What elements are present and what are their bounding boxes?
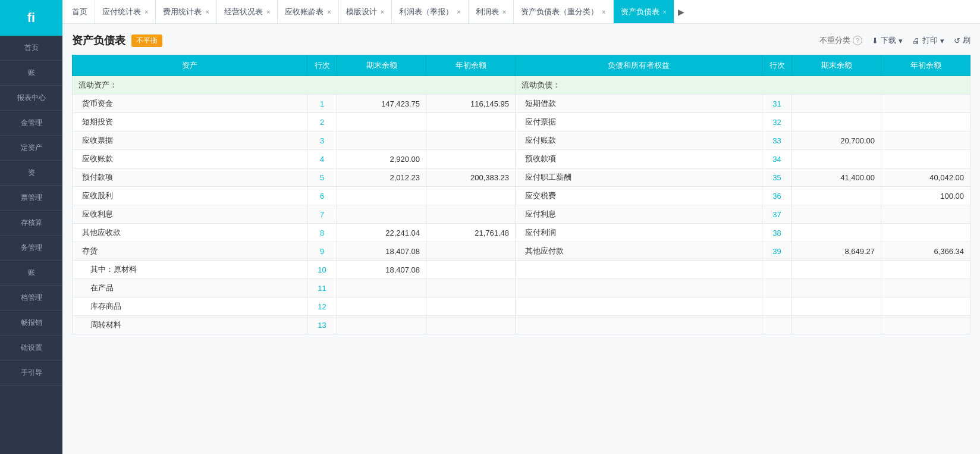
sidebar-item-report-center[interactable]: 报表中心 — [0, 86, 62, 111]
right-begin-amount — [881, 150, 970, 168]
left-begin-amount: 21,761.48 — [426, 224, 516, 242]
right-end-amount — [792, 279, 881, 298]
right-begin-amount — [881, 131, 970, 150]
print-icon: 🖨 — [912, 36, 920, 45]
right-begin-amount — [881, 261, 970, 279]
right-end-amount — [792, 261, 881, 279]
sidebar-item-guide[interactable]: 手引导 — [0, 361, 62, 386]
print-button[interactable]: 🖨 打印 ▾ — [912, 35, 944, 46]
col-end-balance-right: 期末余额 — [792, 55, 881, 76]
tab-close-icon[interactable]: × — [502, 8, 506, 15]
left-end-amount — [337, 316, 426, 334]
tab-receivable-aging[interactable]: 应收账龄表 × — [278, 0, 338, 24]
left-row-num: 9 — [307, 242, 337, 261]
right-label: 应付利润 — [516, 224, 762, 242]
left-end-amount — [337, 131, 426, 150]
right-label: 其他应付款 — [516, 242, 762, 261]
right-row-num: 38 — [762, 224, 792, 242]
tab-close-icon[interactable]: × — [327, 8, 331, 15]
sidebar-item-archive[interactable]: 档管理 — [0, 286, 62, 311]
tab-balance[interactable]: 资产负债表 × — [614, 0, 674, 24]
left-begin-amount — [426, 131, 516, 150]
table-row[interactable]: 其中：原材料 10 18,407.08 — [73, 261, 970, 279]
left-end-amount: 22,241.04 — [337, 224, 426, 242]
no-reclass-toggle[interactable]: 不重分类 ? — [819, 35, 862, 46]
sidebar-item-assets[interactable]: 资 — [0, 161, 62, 186]
tab-expense-stats[interactable]: 费用统计表 × — [156, 0, 216, 24]
left-label: 周转材料 — [73, 316, 307, 334]
right-label: 应付利息 — [516, 205, 762, 224]
left-begin-amount — [426, 279, 516, 298]
left-begin-amount — [426, 150, 516, 168]
tab-close-icon[interactable]: × — [663, 8, 667, 15]
table-row[interactable]: 应收票据 3 应付账款 33 20,700.00 — [73, 131, 970, 150]
right-label: 应付职工薪酬 — [516, 168, 762, 187]
right-label: 短期借款 — [516, 95, 762, 113]
left-begin-amount: 116,145.95 — [426, 95, 516, 113]
sidebar-item-ticket-mgmt[interactable]: 票管理 — [0, 186, 62, 211]
tab-home[interactable]: 首页 — [65, 0, 95, 24]
right-label — [516, 316, 762, 334]
table-row[interactable]: 货币资金 1 147,423.75 116,145.95 短期借款 31 — [73, 95, 970, 113]
page-content: 资产负债表 不平衡 不重分类 ? ⬇ 下载 ▾ 🖨 打印 ▾ — [62, 24, 980, 454]
table-row[interactable]: 应收股利 6 应交税费 36 100.00 — [73, 187, 970, 205]
sidebar-item-home[interactable]: 首页 — [0, 36, 62, 61]
tab-profit-quarterly[interactable]: 利润表（季报） × — [392, 0, 468, 24]
tab-operation-status[interactable]: 经营状况表 × — [217, 0, 278, 24]
table-row[interactable]: 预付款项 5 2,012.23 200,383.23 应付职工薪酬 35 41,… — [73, 168, 970, 187]
download-button[interactable]: ⬇ 下载 ▾ — [872, 35, 903, 46]
tab-close-icon[interactable]: × — [381, 8, 384, 15]
sidebar-item-inventory[interactable]: 存核算 — [0, 211, 62, 236]
table-row[interactable]: 应收账款 4 2,920.00 预收款项 34 — [73, 150, 970, 168]
right-label — [516, 298, 762, 316]
left-label: 应收账款 — [73, 150, 307, 168]
tab-close-icon[interactable]: × — [205, 8, 209, 15]
sidebar-item-expense[interactable]: 畅报销 — [0, 311, 62, 336]
tab-close-icon[interactable]: × — [145, 8, 148, 15]
table-row[interactable]: 应收利息 7 应付利息 37 — [73, 205, 970, 224]
help-icon[interactable]: ? — [853, 36, 862, 45]
refresh-button[interactable]: ↺ 刷 — [954, 35, 970, 46]
right-label: 应付票据 — [516, 113, 762, 131]
table-row[interactable]: 库存商品 12 — [73, 298, 970, 316]
chevron-down-icon: ▾ — [899, 36, 903, 45]
left-row-num: 8 — [307, 224, 337, 242]
table-row[interactable]: 在产品 11 — [73, 279, 970, 298]
tab-payable-stats[interactable]: 应付统计表 × — [95, 0, 156, 24]
right-end-amount — [792, 187, 881, 205]
sidebar-item-ledger[interactable]: 账 — [0, 261, 62, 286]
left-row-num: 6 — [307, 187, 337, 205]
left-row-num: 11 — [307, 279, 337, 298]
tab-scroll-right[interactable]: ▶ — [674, 0, 689, 24]
tab-close-icon[interactable]: × — [457, 8, 460, 15]
right-end-amount — [792, 298, 881, 316]
section-right-label: 流动负债： — [516, 76, 970, 95]
left-row-num: 12 — [307, 298, 337, 316]
table-row[interactable]: 其他应收款 8 22,241.04 21,761.48 应付利润 38 — [73, 224, 970, 242]
tab-balance-reclassified[interactable]: 资产负债表（重分类） × — [514, 0, 613, 24]
right-row-num — [762, 298, 792, 316]
sidebar-item-fund-mgmt[interactable]: 金管理 — [0, 111, 62, 136]
sidebar-item-fixed-assets[interactable]: 定资产 — [0, 136, 62, 161]
unbalanced-badge: 不平衡 — [131, 35, 162, 47]
left-row-num: 4 — [307, 150, 337, 168]
tab-template-design[interactable]: 模版设计 × — [339, 0, 392, 24]
table-row[interactable]: 周转材料 13 — [73, 316, 970, 334]
tab-profit[interactable]: 利润表 × — [469, 0, 514, 24]
left-end-amount — [337, 298, 426, 316]
left-end-amount — [337, 187, 426, 205]
right-label — [516, 261, 762, 279]
tab-close-icon[interactable]: × — [266, 8, 270, 15]
sidebar-item-basic-settings[interactable]: 础设置 — [0, 336, 62, 361]
right-begin-amount: 100.00 — [881, 187, 970, 205]
sidebar-item-account[interactable]: 账 — [0, 61, 62, 86]
right-begin-amount: 6,366.34 — [881, 242, 970, 261]
sidebar-item-tax-mgmt[interactable]: 务管理 — [0, 236, 62, 261]
tab-close-icon[interactable]: × — [602, 8, 605, 15]
table-header-row: 资产 行次 期末余额 年初余额 负债和所有者权益 行次 期末余额 年初余额 — [73, 55, 970, 76]
right-row-num: 32 — [762, 113, 792, 131]
table-row[interactable]: 存货 9 18,407.08 其他应付款 39 8,649.27 6,366.3… — [73, 242, 970, 261]
table-row[interactable]: 短期投资 2 应付票据 32 — [73, 113, 970, 131]
download-icon: ⬇ — [872, 36, 878, 45]
col-liabilities: 负债和所有者权益 — [516, 55, 762, 76]
